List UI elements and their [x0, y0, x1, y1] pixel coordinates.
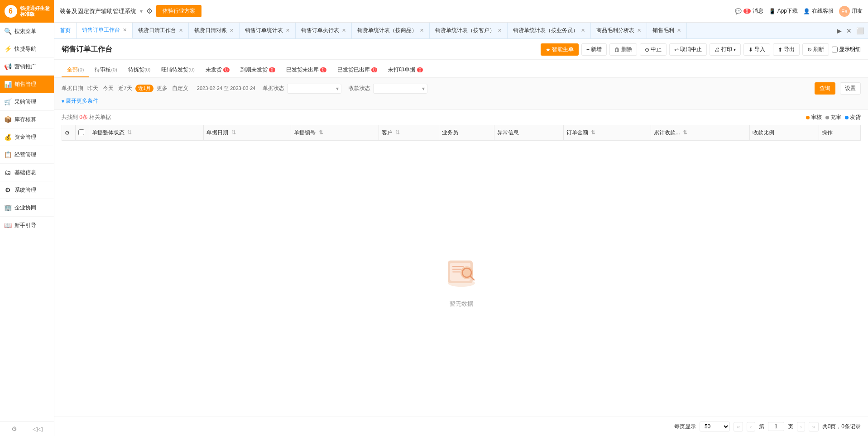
sort-icon[interactable]: ⇅	[591, 129, 595, 136]
tab-sales-stats[interactable]: 销售订单统计表 ✕	[240, 23, 296, 38]
prev-page-btn[interactable]: ‹	[747, 422, 755, 431]
tab-close-icon[interactable]: ✕	[420, 28, 424, 33]
review-op-btn[interactable]: 审核	[806, 114, 822, 121]
page-size-select[interactable]: 50 10 20 100	[700, 422, 730, 431]
page-input[interactable]	[768, 422, 784, 431]
page-title: 销售订单工作台	[62, 45, 112, 54]
date-opt-7days[interactable]: 近7天	[117, 84, 134, 93]
sub-tab-not-shipped[interactable]: 未发货 0	[200, 63, 235, 77]
tab-sales-stats-staff[interactable]: 销货单统计表（按业务员） ✕	[508, 23, 591, 38]
last-page-btn[interactable]: »	[809, 422, 818, 431]
sidebar-item-quick-nav[interactable]: ⚡ 快捷导航	[0, 40, 54, 58]
sub-tab-shipped-not-out[interactable]: 已发货未出库 0	[281, 63, 332, 77]
online-service-item[interactable]: 👤 在线客服	[803, 7, 834, 15]
first-page-btn[interactable]: «	[734, 422, 743, 431]
expand-more-btn[interactable]: ▾ 展开更多条件	[62, 97, 861, 105]
sidebar-item-search[interactable]: 🔍 搜索菜单	[0, 23, 54, 40]
import-button[interactable]: ⬇ 导入	[743, 43, 770, 56]
finance-icon: 💰	[4, 133, 12, 141]
tab-sales-profit[interactable]: 销售毛利 ✕	[647, 23, 687, 38]
stop-button[interactable]: ⊙ 中止	[640, 43, 667, 56]
tab-close-icon[interactable]: ✕	[342, 28, 346, 33]
sub-tab-not-printed[interactable]: 未打印单据 0	[383, 63, 428, 77]
message-item[interactable]: 💬 6 消息	[735, 7, 763, 15]
tab-cash-daily[interactable]: 钱货日清工作台 ✕	[133, 23, 189, 38]
sidebar-item-sales[interactable]: 📊 销售管理	[0, 76, 54, 93]
new-button[interactable]: + 新增	[581, 43, 607, 56]
delete-button[interactable]: 🗑 删除	[609, 43, 637, 56]
sub-tab-pending-review[interactable]: 待审核(0)	[89, 63, 122, 77]
smart-create-button[interactable]: ★ 智能生单	[541, 43, 579, 56]
sidebar-item-system[interactable]: ⚙ 系统管理	[0, 181, 54, 199]
tab-sales-stats-product[interactable]: 销货单统计表（按商品） ✕	[352, 23, 430, 38]
sort-icon[interactable]: ⇅	[127, 129, 132, 136]
user-item[interactable]: Ea 用友	[839, 6, 863, 17]
app-download-item[interactable]: 📱 App下载	[769, 7, 798, 15]
not-printed-badge: 0	[417, 67, 423, 72]
unreview-op-btn[interactable]: 充审	[825, 114, 841, 121]
date-opt-more[interactable]: 更多	[155, 84, 169, 93]
show-detail-label[interactable]: 显示明细	[832, 46, 861, 53]
sub-tab-wangpu[interactable]: 旺铺待发货(0)	[156, 63, 200, 77]
date-opt-custom[interactable]: 自定义	[171, 84, 190, 93]
refresh-button[interactable]: ↻ 刷新	[802, 43, 829, 56]
tab-close-icon[interactable]: ✕	[498, 28, 502, 33]
tabs-more-icon[interactable]: ▶	[835, 26, 843, 36]
settings-bottom-icon[interactable]: ⚙	[11, 425, 17, 432]
th-status: 单据整体状态 ⇅	[89, 125, 204, 141]
sort-icon[interactable]: ⇅	[231, 129, 236, 136]
export-button[interactable]: ⬆ 导出	[773, 43, 800, 56]
topbar-settings-icon[interactable]: ⚙	[146, 7, 153, 15]
ship-op-btn[interactable]: 发货	[845, 114, 861, 121]
delete-icon: 🗑	[614, 47, 620, 53]
online-service-label: 在线客服	[812, 7, 834, 15]
tab-home[interactable]: 首页	[54, 23, 77, 38]
tab-close-icon[interactable]: ✕	[230, 28, 234, 33]
sub-tab-shipped-out[interactable]: 已发货已出库 0	[332, 63, 383, 77]
tab-close-icon[interactable]: ✕	[123, 27, 127, 33]
tab-close-icon[interactable]: ✕	[677, 28, 681, 33]
date-opt-today[interactable]: 今天	[101, 84, 115, 93]
tab-maximize-icon[interactable]: ⬜	[855, 26, 865, 36]
tab-cash-reconcile[interactable]: 钱货日清对账 ✕	[189, 23, 240, 38]
total-suffix: 相关单据	[89, 114, 111, 120]
payment-select[interactable]	[373, 84, 427, 94]
trial-button[interactable]: 体验行业方案	[156, 5, 201, 17]
date-opt-1month[interactable]: 近1月	[135, 85, 153, 92]
sub-tab-pending-check[interactable]: 待拣货(0)	[123, 63, 156, 77]
tab-close-icon[interactable]: ✕	[581, 28, 585, 33]
tab-close-icon[interactable]: ✕	[637, 28, 641, 33]
sort-icon[interactable]: ⇅	[395, 129, 400, 136]
collapse-icon[interactable]: ◁◁	[33, 425, 43, 432]
date-opt-yesterday[interactable]: 昨天	[86, 84, 100, 93]
status-select[interactable]	[287, 84, 341, 94]
sidebar-item-purchase[interactable]: 🛒 采购管理	[0, 93, 54, 111]
sort-icon[interactable]: ⇅	[683, 129, 687, 136]
query-button[interactable]: 查询	[815, 82, 835, 95]
sidebar-item-marketing[interactable]: 📢 营销推广	[0, 58, 54, 76]
tab-sales-stats-customer[interactable]: 销货单统计表（按客户） ✕	[430, 23, 508, 38]
sidebar-item-guide[interactable]: 📖 新手引导	[0, 217, 54, 234]
sidebar-item-operations[interactable]: 📋 经营管理	[0, 146, 54, 164]
sidebar-item-inventory[interactable]: 📦 库存核算	[0, 111, 54, 128]
tab-close-icon[interactable]: ✕	[286, 28, 290, 33]
sub-tabs: 全部(0) 待审核(0) 待拣货(0) 旺铺待发货(0) 未发货 0 到期未发货…	[54, 60, 868, 78]
sidebar-item-enterprise[interactable]: 🏢 企业协同	[0, 199, 54, 217]
tab-gross-margin[interactable]: 商品毛利分析表 ✕	[591, 23, 647, 38]
tab-sales-order-workbench[interactable]: 销售订单工作台 ✕	[77, 23, 133, 38]
th-settings[interactable]: ⚙	[62, 125, 76, 141]
sidebar-item-basic-info[interactable]: 🗂 基础信息	[0, 164, 54, 181]
tab-close-current-icon[interactable]: ✕	[845, 26, 853, 36]
tab-close-icon[interactable]: ✕	[179, 28, 183, 33]
next-page-btn[interactable]: ›	[797, 422, 805, 431]
cancel-stop-button[interactable]: ↩ 取消中止	[669, 43, 707, 56]
select-all-checkbox[interactable]	[78, 129, 84, 135]
print-button[interactable]: 🖨 打印 ▾	[710, 43, 741, 56]
show-detail-checkbox[interactable]	[832, 47, 838, 52]
tab-sales-exec[interactable]: 销售订单执行表 ✕	[296, 23, 352, 38]
sidebar-item-finance[interactable]: 💰 资金管理	[0, 128, 54, 146]
sub-tab-all[interactable]: 全部(0)	[62, 63, 89, 77]
sort-icon[interactable]: ⇅	[319, 129, 323, 136]
settings-button[interactable]: 设置	[840, 82, 861, 95]
sub-tab-expired-not-shipped[interactable]: 到期未发货 0	[235, 63, 281, 77]
